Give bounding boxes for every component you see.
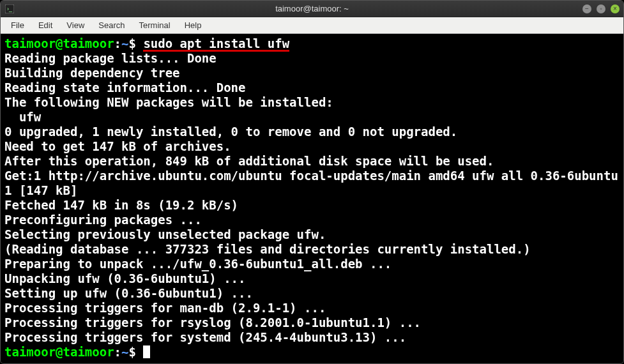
output-line: Building dependency tree — [4, 66, 180, 80]
menu-file[interactable]: File — [4, 19, 31, 32]
svg-text:›_: ›_ — [7, 6, 13, 12]
prompt-path: ~ — [121, 345, 128, 359]
window-controls: − ◦ × — [582, 4, 620, 13]
prompt-dollar: $ — [129, 345, 136, 359]
terminal-icon: ›_ — [4, 4, 15, 14]
menu-search[interactable]: Search — [92, 19, 131, 32]
prompt-sep: : — [114, 345, 121, 359]
menu-edit[interactable]: Edit — [32, 19, 59, 32]
output-line: Processing triggers for rsyslog (8.2001.… — [4, 315, 421, 330]
output-line: Get:1 http://archive.ubuntu.com/ubuntu f… — [4, 169, 618, 197]
output-line: Need to get 147 kB of archives. — [4, 139, 231, 153]
output-line: (Reading database ... 377323 files and d… — [4, 242, 531, 256]
output-line: Preparing to unpack .../ufw_0.36-6ubuntu… — [4, 257, 392, 271]
output-line: The following NEW packages will be insta… — [4, 95, 333, 109]
maximize-button[interactable]: ◦ — [597, 4, 605, 13]
output-line: Preconfiguring packages ... — [4, 213, 202, 227]
window-title: taimoor@taimoor: ~ — [275, 4, 349, 13]
output-line: Selecting previously unselected package … — [4, 227, 326, 241]
terminal-area[interactable]: taimoor@taimoor:~$ sudo apt install ufw … — [1, 34, 623, 363]
output-line: Fetched 147 kB in 8s (19.2 kB/s) — [4, 198, 238, 212]
prompt-sep: : — [114, 36, 121, 50]
close-button[interactable]: × — [611, 4, 620, 13]
menu-view[interactable]: View — [60, 19, 91, 32]
prompt-user-host: taimoor@taimoor — [4, 36, 114, 50]
output-line: Processing triggers for systemd (245.4-4… — [4, 330, 406, 344]
output-line: Setting up ufw (0.36-6ubuntu1) ... — [4, 286, 253, 300]
output-line: ufw — [4, 110, 41, 124]
output-line: Processing triggers for man-db (2.9.1-1)… — [4, 301, 326, 315]
prompt-dollar: $ — [129, 36, 136, 50]
output-line: Unpacking ufw (0.36-6ubuntu1) ... — [4, 271, 246, 285]
menubar: File Edit View Search Terminal Help — [1, 17, 623, 34]
output-line: 0 upgraded, 1 newly installed, 0 to remo… — [4, 125, 457, 139]
minimize-button[interactable]: − — [582, 4, 591, 13]
prompt-user-host: taimoor@taimoor — [4, 345, 114, 359]
cursor — [143, 345, 150, 358]
output-line: Reading package lists... Done — [4, 51, 217, 65]
menu-terminal[interactable]: Terminal — [133, 19, 177, 32]
command-input: sudo apt install ufw — [143, 36, 289, 50]
window-titlebar: ›_ taimoor@taimoor: ~ − ◦ × — [1, 1, 623, 17]
output-line: Reading state information... Done — [4, 80, 246, 95]
output-line: After this operation, 849 kB of addition… — [4, 154, 494, 168]
prompt-path: ~ — [121, 36, 128, 50]
menu-help[interactable]: Help — [178, 19, 208, 32]
